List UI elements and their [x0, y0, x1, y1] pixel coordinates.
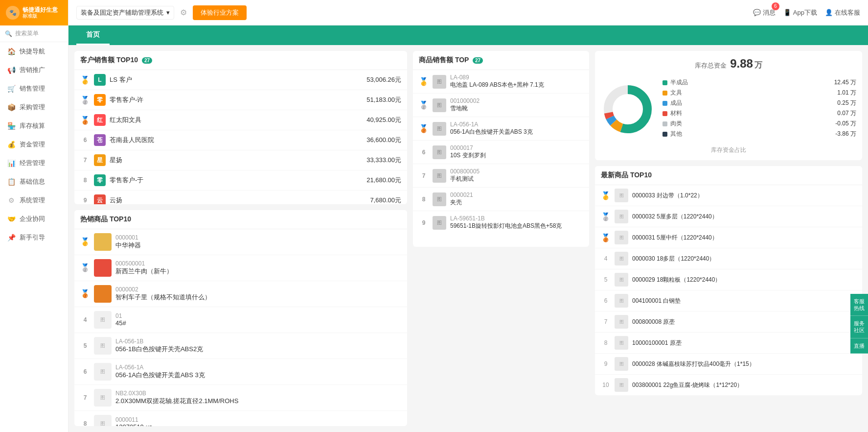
customer-name: LS 客户: [110, 75, 363, 84]
new-product-name: 0000028 体碱嘉枝味苏打饮品400毫升（1*15）: [632, 360, 856, 368]
tab-home[interactable]: 首页: [76, 25, 110, 45]
hot-products-card: 热销商品 TOP10 🥇 0000001 中华神器 🥈 000500001 新西…: [74, 210, 407, 426]
new-product-name: 0000033 封边带（1.0*22）: [632, 192, 856, 200]
trial-button[interactable]: 体验行业方案: [193, 5, 247, 20]
guide-icon: 📌: [7, 233, 16, 242]
product-sales-row: 🥉 图 LA-056-1A 056-1A白色按键开关盖ABS 3克: [413, 117, 589, 141]
product-code: 0000011: [115, 416, 401, 423]
sidebar-item-operations[interactable]: 📊 经营管理: [0, 154, 68, 172]
newest-product-row: 7 图 000800008 原垄: [595, 312, 862, 333]
sidebar-item-collab[interactable]: 🤝 企业协同: [0, 210, 68, 228]
message-icon: 💬: [753, 9, 761, 16]
customer-name: 零售客户-于: [110, 176, 363, 185]
hot-product-row: 🥉 0000002 智利车子里（规格不知道填什么）: [74, 281, 407, 307]
sidebar-item-quicknav[interactable]: 🏠 快捷导航: [0, 42, 68, 61]
medal-bronze-icon: 🥉: [80, 289, 90, 298]
online-service-item[interactable]: 👤 在线客服: [825, 8, 860, 17]
product-code: 0000017: [450, 144, 583, 151]
product-code: LA-056-1B: [115, 338, 401, 345]
float-btn-live[interactable]: 直播: [850, 338, 868, 354]
product-info: 000800005 手机测试: [450, 168, 583, 183]
product-info: 0000021 夹壳: [450, 192, 583, 207]
customer-ranking-card: 客户销售额 TOP10 27 🥇 L LS 客户 53,006.26元 🥈 零 …: [74, 51, 407, 204]
rank-number: 10: [601, 382, 611, 388]
product-thumbnail: [94, 259, 112, 277]
float-btn-service[interactable]: 客服热线: [850, 294, 868, 316]
new-product-name: 003800001 22g鱼豆腐-烧烤味（1*12*20）: [632, 381, 856, 389]
product-img-sm: 图: [615, 252, 628, 265]
medal-silver-icon: 🥈: [80, 263, 90, 272]
product-thumb-gray: 图: [433, 169, 446, 183]
sidebar-item-purchase[interactable]: 📦 采购管理: [0, 98, 68, 117]
legend-label: 半成品: [670, 78, 831, 87]
product-info: LA-056-1A 056-1A白色按键开关盖ABS 3克: [450, 121, 583, 136]
product-name: 手机测试: [450, 175, 583, 183]
newest-product-row: 🥇 图 0000033 封边带（1.0*22）: [595, 185, 862, 206]
product-sales-row: 🥇 图 LA-089 电池盖 LA-089 ABS本色+黑种 7.1克: [413, 70, 589, 94]
basics-icon: 📋: [7, 177, 16, 186]
product-info: 0000002 智利车子里（规格不知道填什么）: [115, 286, 401, 302]
app-download-item[interactable]: 📱 App下载: [783, 8, 817, 17]
sidebar-item-label: 资金管理: [20, 140, 45, 149]
product-name: 10S 变刹罗刹: [450, 151, 583, 160]
customer-badge: 云: [94, 194, 106, 204]
rank-number: 7: [80, 157, 90, 164]
customer-name: 红太阳文具: [110, 116, 363, 124]
newest-products-card: 最新商品 TOP10 🥇 图 0000033 封边带（1.0*22） 🥈 图 0…: [595, 166, 862, 395]
product-name: 新西兰牛肉（新牛）: [115, 267, 401, 276]
product-thumb-gray: 图: [433, 98, 446, 112]
product-info: 0000011 12070519-xs: [115, 416, 401, 426]
customer-ranking-header: 客户销售额 TOP10 27: [74, 51, 407, 70]
sidebar-item-sales[interactable]: 🛒 销售管理: [0, 79, 68, 98]
newest-product-row: 8 图 10000100001 原垄: [595, 333, 862, 354]
sidebar-item-basics[interactable]: 📋 基础信息: [0, 172, 68, 191]
legend-label: 成品: [670, 99, 834, 107]
settings-icon[interactable]: ⚙: [180, 8, 187, 17]
product-code: 0000001: [115, 234, 401, 241]
sidebar-item-system[interactable]: ⚙ 系统管理: [0, 191, 68, 210]
new-product-name: 0000031 5厘中纤（1220*2440）: [632, 234, 856, 242]
customer-ranking-row: 7 星 星扬 33,333.00元: [74, 150, 407, 170]
product-info: NB2.0X30B 2.0X30MM双搓花轴.搓花直径2.1MM/ROHS: [115, 390, 401, 406]
product-code: 001000002: [450, 97, 583, 104]
sidebar-item-finance[interactable]: 💰 资金管理: [0, 135, 68, 154]
sidebar-item-inventory[interactable]: 🏪 库存核算: [0, 117, 68, 135]
product-info: 000500001 新西兰牛肉（新牛）: [115, 260, 401, 276]
product-thumb-gray: 图: [433, 216, 446, 230]
rank-number: 9: [419, 219, 429, 226]
hot-product-row: 🥇 0000001 中华神器: [74, 229, 407, 255]
sidebar-item-guide[interactable]: 📌 新手引导: [0, 228, 68, 247]
float-btn-community[interactable]: 服务社区: [850, 316, 868, 338]
system-selector[interactable]: 装备及固定资产辅助管理系统 ▾: [76, 6, 174, 20]
product-thumbnail: 图: [94, 415, 112, 426]
app-download-label: App下载: [793, 8, 817, 17]
product-code: 000800005: [450, 168, 583, 175]
newest-product-row: 🥈 图 0000032 5厘多层（1220*2440）: [595, 206, 862, 227]
product-name: 45#: [115, 319, 401, 327]
left-column: 客户销售额 TOP10 27 🥇 L LS 客户 53,006.26元 🥈 零 …: [74, 51, 407, 426]
sidebar-search[interactable]: 🔍 搜索菜单: [0, 25, 68, 42]
customer-ranking-title: 客户销售额 TOP10 27: [80, 56, 152, 65]
right-column: 库存总资金 9.88 万: [595, 51, 862, 426]
product-sales-row: 6 图 0000017 10S 变刹罗刹: [413, 141, 589, 164]
product-sales-badge: 27: [473, 57, 483, 64]
sidebar: 🐾 畅捷通好生意 标准版 🔍 搜索菜单 🏠 快捷导航 📢 营销推广 🛒 销售管理…: [0, 0, 69, 432]
product-code: LA-59651-1B: [450, 215, 583, 222]
product-sales-list: 🥇 图 LA-089 电池盖 LA-089 ABS本色+黑种 7.1克 🥈 图 …: [413, 70, 589, 234]
medal-gold-icon: 🥇: [419, 77, 429, 86]
messages-item[interactable]: 💬 消息 6: [753, 8, 776, 17]
medal-bronze-icon: 🥉: [601, 233, 611, 242]
customer-badge: 苍: [94, 134, 106, 146]
product-thumbnail: 图: [94, 311, 112, 329]
product-code: LA-056-1A: [450, 121, 583, 128]
legend-dot: [662, 91, 667, 96]
customer-name: 云扬: [110, 196, 366, 204]
product-sales-row: 🥈 图 001000002 雪地靴: [413, 94, 589, 117]
rank-number: 9: [80, 197, 90, 204]
rank-number: 7: [601, 318, 611, 325]
hot-product-row: 🥈 000500001 新西兰牛肉（新牛）: [74, 255, 407, 281]
legend-dot: [662, 80, 667, 85]
sidebar-item-label: 系统管理: [20, 196, 45, 205]
sidebar-item-marketing[interactable]: 📢 营销推广: [0, 61, 68, 79]
rank-number: 4: [601, 255, 611, 262]
